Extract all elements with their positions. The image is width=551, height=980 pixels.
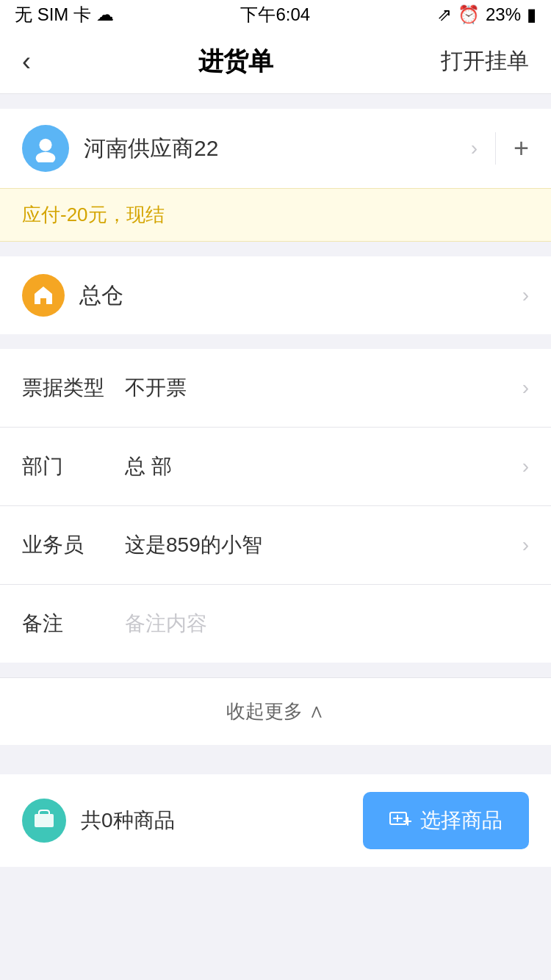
product-icon bbox=[22, 799, 66, 843]
back-button[interactable]: ‹ bbox=[22, 46, 31, 77]
nav-bar: ‹ 进货单 打开挂单 bbox=[0, 29, 551, 94]
product-count: 共0种商品 bbox=[81, 807, 363, 835]
svg-rect-2 bbox=[35, 814, 54, 827]
salesperson-label: 业务员 bbox=[22, 531, 110, 559]
invoice-label: 票据类型 bbox=[22, 374, 110, 402]
supplier-name: 河南供应商22 bbox=[84, 134, 471, 164]
remark-row[interactable]: 备注 备注内容 bbox=[0, 585, 551, 663]
select-product-label: 选择商品 bbox=[420, 807, 503, 835]
nav-title: 进货单 bbox=[198, 45, 273, 79]
supplier-section: 河南供应商22 › + 应付-20元，现结 bbox=[0, 109, 551, 242]
status-left: 无 SIM 卡 ☁ bbox=[15, 3, 114, 26]
invoice-value: 不开票 bbox=[125, 374, 522, 402]
warehouse-chevron-icon: › bbox=[522, 284, 529, 307]
salesperson-row[interactable]: 业务员 这是859的小智 › bbox=[0, 506, 551, 585]
warehouse-icon bbox=[22, 274, 65, 317]
svg-point-0 bbox=[39, 139, 51, 151]
gap-1 bbox=[0, 94, 551, 109]
status-time: 下午6:04 bbox=[240, 3, 310, 26]
gap-2 bbox=[0, 242, 551, 256]
select-product-button[interactable]: 选择商品 bbox=[363, 792, 529, 849]
person-icon bbox=[32, 134, 60, 162]
content-area bbox=[0, 867, 551, 980]
department-row[interactable]: 部门 总 部 › bbox=[0, 428, 551, 506]
department-chevron-icon: › bbox=[522, 455, 529, 478]
warehouse-section: 总仓 › bbox=[0, 256, 551, 334]
supplier-row[interactable]: 河南供应商22 › + bbox=[0, 109, 551, 188]
collapse-label: 收起更多 ∧ bbox=[226, 699, 324, 724]
supplier-divider bbox=[495, 132, 496, 165]
warehouse-name: 总仓 bbox=[79, 281, 522, 311]
svg-point-1 bbox=[36, 152, 56, 162]
location-icon: ⇗ bbox=[437, 4, 452, 25]
add-supplier-button[interactable]: + bbox=[514, 133, 529, 164]
supplier-chevron-icon: › bbox=[471, 137, 478, 160]
invoice-chevron-icon: › bbox=[522, 376, 529, 400]
gap-3 bbox=[0, 745, 551, 760]
invoice-row[interactable]: 票据类型 不开票 › bbox=[0, 349, 551, 428]
department-value: 总 部 bbox=[125, 453, 522, 480]
signal-text: 无 SIM 卡 ☁ bbox=[15, 3, 114, 26]
alarm-icon: ⏰ bbox=[458, 4, 480, 25]
collapse-row[interactable]: 收起更多 ∧ bbox=[0, 677, 551, 745]
battery-icon: ▮ bbox=[527, 4, 536, 25]
remark-label: 备注 bbox=[22, 610, 110, 638]
add-product-icon bbox=[389, 812, 411, 829]
battery-text: 23% bbox=[486, 4, 521, 25]
status-right: ⇗ ⏰ 23% ▮ bbox=[437, 4, 536, 25]
status-bar: 无 SIM 卡 ☁ 下午6:04 ⇗ ⏰ 23% ▮ bbox=[0, 0, 551, 29]
salesperson-chevron-icon: › bbox=[522, 533, 529, 557]
form-section: 票据类型 不开票 › 部门 总 部 › 业务员 这是859的小智 › 备注 备注… bbox=[0, 349, 551, 663]
warehouse-row[interactable]: 总仓 › bbox=[0, 256, 551, 334]
bottom-bar: 共0种商品 选择商品 bbox=[0, 774, 551, 867]
supplier-avatar bbox=[22, 125, 69, 172]
cart-icon bbox=[32, 808, 57, 833]
department-label: 部门 bbox=[22, 453, 110, 480]
home-icon bbox=[32, 284, 55, 307]
open-pending-button[interactable]: 打开挂单 bbox=[441, 46, 529, 76]
notice-banner: 应付-20元，现结 bbox=[0, 188, 551, 242]
salesperson-value: 这是859的小智 bbox=[125, 531, 522, 559]
remark-input[interactable]: 备注内容 bbox=[125, 610, 529, 638]
